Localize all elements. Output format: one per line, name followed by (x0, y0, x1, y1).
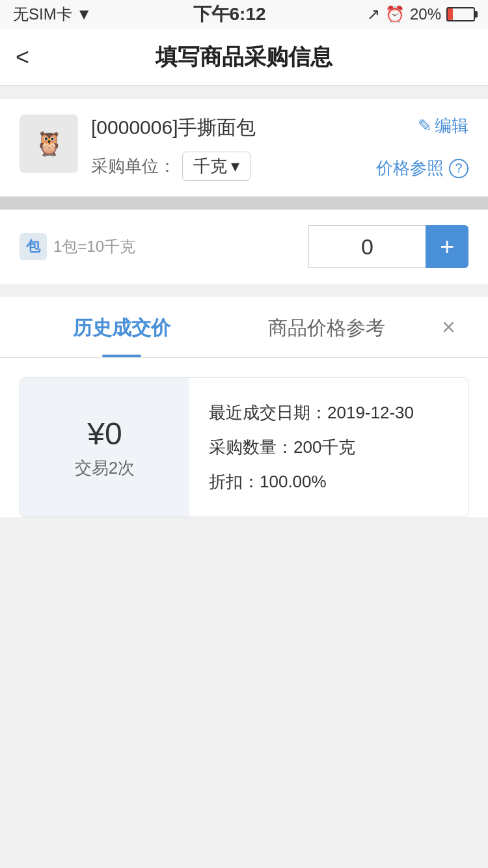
alarm-icon: ⏰ (385, 5, 405, 23)
quantity-input[interactable] (308, 225, 426, 268)
bottom-panel: 历史成交价 商品价格参考 × ¥0 交易2次 最近成交日期：2019-12-30… (0, 297, 488, 517)
tab-reference-label: 商品价格参考 (268, 317, 385, 338)
product-header: 🦉 [0000006]手撕面包 采购单位： 千克 ▾ ✎ 编辑 (20, 115, 468, 181)
edit-label: 编辑 (435, 115, 468, 137)
transaction-details: 最近成交日期：2019-12-30 采购数量：200千克 折扣：100.00% (189, 378, 468, 517)
status-bar: 无SIM卡 ▼ 下午6:12 ↗ ⏰ 20% (0, 0, 488, 29)
quantity-label-group: 包 1包=10千克 (20, 233, 135, 260)
battery-fill (448, 8, 453, 20)
battery-percent: 20% (410, 5, 441, 23)
price-ref-label: 价格参照 (376, 157, 444, 180)
transaction-card: ¥0 交易2次 最近成交日期：2019-12-30 采购数量：200千克 折扣：… (20, 377, 468, 517)
unit-value: 千克 (193, 155, 227, 178)
gps-icon: ↗ (367, 5, 380, 23)
package-unit-badge: 包 (20, 233, 47, 260)
plus-button[interactable]: + (426, 225, 468, 268)
transaction-summary: ¥0 交易2次 (20, 378, 189, 517)
product-image: 🦉 (20, 115, 78, 173)
quantity-input-group: + (308, 225, 468, 268)
status-right: ↗ ⏰ 20% (367, 5, 475, 23)
product-logo-icon: 🦉 (34, 130, 64, 157)
purchase-quantity-row: 采购数量：200千克 (209, 436, 448, 459)
tab-history-price[interactable]: 历史成交价 (20, 297, 224, 357)
recent-date-label: 最近成交日期： (209, 403, 327, 422)
discount-value: 100.00% (260, 472, 327, 491)
transaction-price: ¥0 (87, 416, 122, 452)
product-card: 🦉 [0000006]手撕面包 采购单位： 千克 ▾ ✎ 编辑 (0, 99, 488, 197)
transaction-count: 交易2次 (75, 457, 135, 480)
close-button[interactable]: × (429, 301, 468, 354)
purchase-quantity-value: 200千克 (293, 437, 355, 457)
page-title: 填写商品采购信息 (156, 42, 332, 72)
product-details: [0000006]手撕面包 采购单位： 千克 ▾ (91, 115, 256, 181)
price-ref-row: 价格参照 ? (376, 157, 468, 180)
unit-dropdown-icon: ▾ (231, 156, 239, 176)
status-left: 无SIM卡 ▼ (13, 4, 92, 25)
back-button[interactable]: < (16, 44, 29, 71)
edit-icon: ✎ (418, 116, 432, 136)
tab-history-label: 历史成交价 (73, 317, 170, 338)
quantity-row: 包 1包=10千克 + (0, 210, 488, 284)
recent-date-value: 2019-12-30 (327, 403, 414, 422)
purchase-quantity-label: 采购数量： (209, 437, 293, 457)
content-area (0, 537, 488, 797)
tab-price-reference[interactable]: 商品价格参考 (224, 297, 428, 357)
nav-bar: < 填写商品采购信息 (0, 29, 488, 86)
status-time: 下午6:12 (193, 2, 266, 27)
recent-date-row: 最近成交日期：2019-12-30 (209, 401, 448, 424)
section-divider (0, 197, 488, 210)
battery-icon (446, 7, 475, 21)
product-left: 🦉 [0000006]手撕面包 采购单位： 千克 ▾ (20, 115, 256, 181)
discount-row: 折扣：100.00% (209, 470, 448, 493)
info-icon[interactable]: ? (449, 159, 468, 178)
carrier-text: 无SIM卡 ▼ (13, 4, 92, 25)
price-ref-button[interactable]: 价格参照 (376, 157, 444, 180)
edit-button[interactable]: ✎ 编辑 (418, 115, 468, 137)
discount-label: 折扣： (209, 472, 260, 491)
product-right: ✎ 编辑 价格参照 ? (376, 115, 468, 180)
product-name: [0000006]手撕面包 (91, 115, 256, 141)
tabs-row: 历史成交价 商品价格参考 × (0, 297, 488, 358)
unit-label: 采购单位： (91, 155, 176, 178)
product-id: [0000006] (91, 116, 178, 138)
unit-selector[interactable]: 千克 ▾ (182, 152, 251, 181)
unit-equiv-text: 1包=10千克 (53, 236, 135, 257)
product-unit-row: 采购单位： 千克 ▾ (91, 152, 256, 181)
product-title: 手撕面包 (178, 116, 256, 138)
